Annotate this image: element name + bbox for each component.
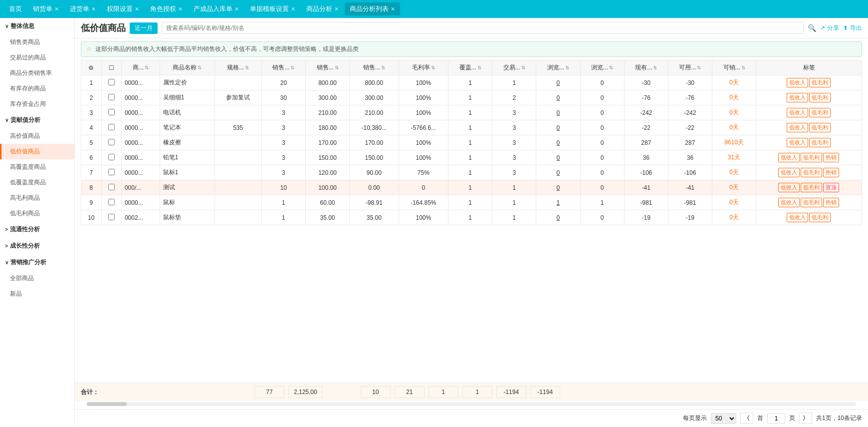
td-checkbox[interactable] (101, 150, 121, 165)
browse1-link[interactable]: 0 (557, 169, 560, 176)
nav-product-inbound[interactable]: 产成品入库单 ✕ (189, 2, 244, 15)
td-checkbox[interactable] (101, 135, 121, 150)
nav-analysis-close-icon[interactable]: ✕ (334, 6, 339, 12)
sidebar-item-low-coverage[interactable]: 低覆盖度商品 (0, 175, 74, 190)
prev-page-button[interactable]: 《 (740, 413, 753, 424)
nav-sales-close-icon[interactable]: ✕ (54, 6, 59, 12)
sidebar-group-circulation[interactable]: > 流通性分析 (0, 221, 74, 238)
browse1-link[interactable]: 0 (557, 94, 560, 101)
page-size-select[interactable]: 50 100 (711, 413, 736, 424)
th-settings[interactable]: ⚙ (81, 60, 102, 75)
row-checkbox[interactable] (108, 94, 115, 100)
td-browse1[interactable]: 0 (536, 165, 580, 180)
sidebar-item-traded-goods[interactable]: 交易过的商品 (0, 50, 74, 65)
browse1-link[interactable]: 0 (557, 124, 560, 131)
page-number-input[interactable] (767, 414, 785, 424)
share-button[interactable]: ↗ 分享 (820, 24, 839, 32)
th-name[interactable]: 商品名称⇅ (160, 60, 215, 75)
nav-permissions[interactable]: 权限设置 ✕ (102, 2, 144, 15)
sidebar-item-high-value[interactable]: 高价值商品 (0, 128, 74, 144)
nav-permissions-close-icon[interactable]: ✕ (135, 6, 139, 12)
th-gross-rate[interactable]: 毛利率⇅ (399, 60, 448, 75)
sidebar-item-category-sales-rate[interactable]: 商品分类销售率 (0, 65, 74, 81)
row-checkbox[interactable] (108, 109, 115, 115)
browse1-link[interactable]: 1 (557, 199, 560, 206)
th-stock[interactable]: 现有...⇅ (624, 60, 668, 75)
td-browse1[interactable]: 0 (536, 105, 580, 120)
nav-purchase-close-icon[interactable]: ✕ (91, 6, 96, 12)
td-browse1[interactable]: 0 (536, 150, 580, 165)
td-browse1[interactable]: 0 (536, 135, 580, 150)
th-sellable[interactable]: 可销...⇅ (712, 60, 756, 75)
sidebar-item-high-coverage[interactable]: 高覆盖度商品 (0, 159, 74, 175)
nav-purchase-order[interactable]: 进货单 ✕ (65, 2, 101, 15)
th-tags[interactable]: 标签 (756, 60, 862, 75)
th-browse1[interactable]: 浏览...⇅ (536, 60, 580, 75)
nav-template-settings[interactable]: 单据模板设置 ✕ (245, 2, 300, 15)
browse1-link[interactable]: 0 (557, 139, 560, 146)
nav-product-analysis[interactable]: 商品分析 ✕ (301, 2, 344, 15)
row-checkbox[interactable] (108, 184, 115, 190)
sidebar-item-high-margin[interactable]: 高毛利商品 (0, 190, 74, 206)
th-spec[interactable]: 规格...⇅ (215, 60, 261, 75)
td-checkbox[interactable] (101, 165, 121, 180)
td-checkbox[interactable] (101, 90, 121, 105)
sidebar-item-stock-goods[interactable]: 有库存的商品 (0, 81, 74, 96)
browse1-link[interactable]: 0 (557, 154, 560, 161)
period-button[interactable]: 近一月 (130, 22, 158, 34)
sidebar-group-contribution[interactable]: ∨ 贡献值分析 (0, 112, 74, 128)
nav-analysis-list[interactable]: 商品分析列表 ✕ (345, 2, 400, 15)
browse1-link[interactable]: 0 (557, 184, 560, 191)
td-checkbox[interactable] (101, 210, 121, 225)
th-sales3[interactable]: 销售...⇅ (350, 60, 399, 75)
th-sales1[interactable]: 销售...⇅ (261, 60, 305, 75)
nav-product-close-icon[interactable]: ✕ (234, 6, 239, 12)
sidebar-item-low-value[interactable]: 低价值商品 (0, 144, 74, 159)
sidebar-item-all-goods[interactable]: 全部商品 (0, 271, 74, 286)
nav-analysis-list-close-icon[interactable]: ✕ (391, 6, 395, 12)
row-checkbox[interactable] (108, 199, 115, 205)
td-browse1[interactable]: 0 (536, 120, 580, 135)
browse1-link[interactable]: 0 (557, 214, 560, 221)
td-checkbox[interactable] (101, 75, 121, 90)
sidebar-group-marketing[interactable]: ∨ 营销推广分析 (0, 254, 74, 271)
sidebar-item-sales-goods[interactable]: 销售类商品 (0, 34, 74, 50)
nav-home[interactable]: 首页 (4, 2, 27, 15)
td-browse1[interactable]: 0 (536, 210, 580, 225)
browse1-link[interactable]: 0 (557, 109, 560, 116)
row-checkbox[interactable] (108, 154, 115, 160)
td-checkbox[interactable] (101, 120, 121, 135)
browse1-link[interactable]: 0 (557, 79, 560, 86)
th-coverage[interactable]: 覆盖...⇅ (448, 60, 492, 75)
sidebar-group-overall[interactable]: ∨ 整体信息 (0, 18, 74, 34)
th-browse2[interactable]: 浏览...⇅ (580, 60, 624, 75)
td-browse1[interactable]: 0 (536, 75, 580, 90)
th-sales2[interactable]: 销售...⇅ (305, 60, 349, 75)
th-trade[interactable]: 交易...⇅ (492, 60, 536, 75)
td-browse1[interactable]: 0 (536, 90, 580, 105)
row-checkbox[interactable] (108, 139, 115, 145)
td-browse1[interactable]: 1 (536, 195, 580, 210)
sidebar-item-stock-capital[interactable]: 库存资金占用 (0, 96, 74, 112)
horizontal-scrollbar[interactable] (87, 402, 856, 406)
export-button[interactable]: ⬆ 导出 (843, 24, 862, 32)
td-checkbox[interactable] (101, 195, 121, 210)
sidebar-item-low-margin[interactable]: 低毛利商品 (0, 206, 74, 221)
sidebar-item-new-goods[interactable]: 新品 (0, 286, 74, 302)
row-checkbox[interactable] (108, 214, 115, 220)
th-checkbox[interactable]: ☐ (101, 60, 121, 75)
row-checkbox[interactable] (108, 124, 115, 130)
td-checkbox[interactable] (101, 180, 121, 195)
th-available[interactable]: 可用...⇅ (668, 60, 712, 75)
row-checkbox[interactable] (108, 79, 115, 85)
search-icon[interactable]: 🔍 (808, 24, 816, 32)
search-input[interactable] (162, 22, 804, 34)
nav-role-close-icon[interactable]: ✕ (178, 6, 183, 12)
td-checkbox[interactable] (101, 105, 121, 120)
th-code[interactable]: 商...⇅ (121, 60, 160, 75)
nav-role-auth[interactable]: 角色授权 ✕ (145, 2, 188, 15)
td-browse1[interactable]: 0 (536, 180, 580, 195)
nav-sales-order[interactable]: 销货单 ✕ (28, 2, 64, 15)
next-page-button[interactable]: 》 (799, 413, 812, 424)
row-checkbox[interactable] (108, 169, 115, 175)
